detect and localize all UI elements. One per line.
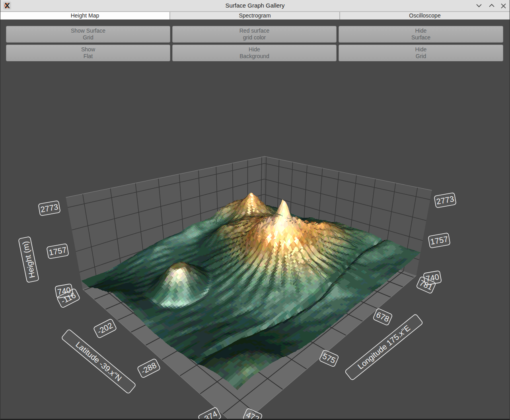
svg-text:Longitude 175.x"E: Longitude 175.x"E	[356, 323, 412, 371]
svg-text:Latitude -39.x"N: Latitude -39.x"N	[74, 340, 123, 383]
